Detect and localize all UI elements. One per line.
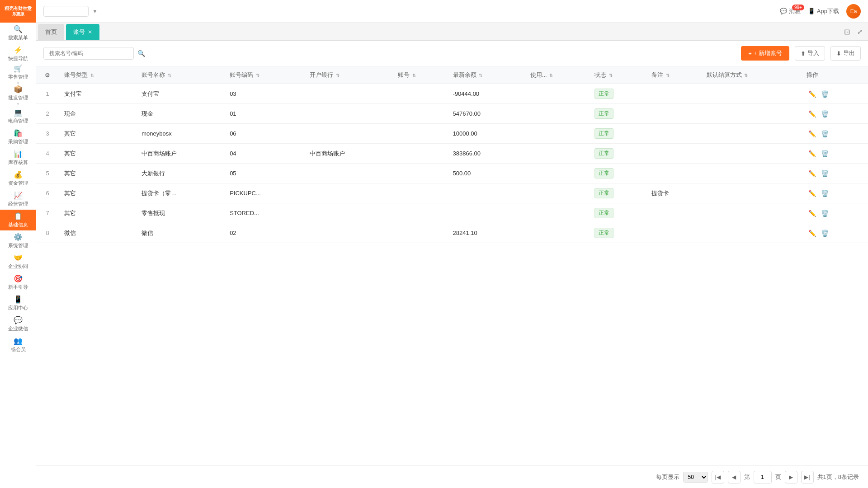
edit-button[interactable]: ✏️ (807, 189, 818, 198)
sidebar-item-purchase[interactable]: 🛍️ 采购管理 (0, 127, 36, 147)
delete-button[interactable]: 🗑️ (819, 149, 830, 158)
edit-button[interactable]: ✏️ (807, 149, 818, 158)
toolbar-left: 🔍 (43, 47, 145, 60)
add-account-button[interactable]: + + 新增账号 (741, 46, 789, 61)
status-badge: 正常 (594, 108, 613, 119)
sidebar-item-retail[interactable]: 🛒 零售管理 ▼ (0, 64, 36, 85)
cell-code: 05 (224, 164, 304, 183)
sort-icon-status: ⇅ (609, 73, 613, 78)
ecommerce-icon: 💻 (14, 108, 23, 117)
header-right: 💬 消息 99+ 📱 App下载 Ea (780, 4, 861, 19)
edit-button[interactable]: ✏️ (807, 229, 818, 238)
search-button[interactable]: 🔍 (137, 50, 145, 57)
col-settings[interactable]: ⚙ (36, 66, 59, 84)
tab-home[interactable]: 首页 (38, 24, 64, 40)
sidebar-item-finance[interactable]: 💰 资金管理 (0, 168, 36, 189)
sidebar-item-system[interactable]: ⚙️ 系统管理 (0, 230, 36, 251)
user-initials: Ea (850, 8, 857, 14)
delete-button[interactable]: 🗑️ (819, 209, 830, 218)
app-download-button[interactable]: 📱 App下载 (808, 7, 839, 15)
sidebar-item-basicinfo[interactable]: 📋 基础信息 (0, 210, 36, 230)
edit-button[interactable]: ✏️ (807, 209, 818, 218)
cell-name: 零售抵现 (136, 203, 224, 223)
edit-button[interactable]: ✏️ (807, 89, 818, 99)
cell-account (392, 164, 448, 183)
delete-button[interactable]: 🗑️ (819, 109, 830, 118)
cell-id: 6 (36, 183, 59, 203)
status-badge: 正常 (594, 89, 613, 99)
cell-action: ✏️ 🗑️ (801, 223, 868, 243)
cell-bank (304, 124, 392, 144)
first-page-button[interactable]: |◀ (712, 471, 724, 483)
delete-button[interactable]: 🗑️ (819, 189, 830, 198)
cell-status: 正常 (589, 124, 646, 144)
cell-settlement (701, 183, 801, 203)
col-status[interactable]: 状态 ⇅ (589, 66, 646, 84)
col-usage[interactable]: 使用... ⇅ (525, 66, 589, 84)
page-size-select[interactable]: 50 100 200 (683, 472, 708, 483)
notification-button[interactable]: 💬 消息 99+ (780, 7, 801, 15)
edit-button[interactable]: ✏️ (807, 109, 818, 118)
sidebar-item-operations[interactable]: 📈 经营管理 (0, 189, 36, 210)
cell-account (392, 84, 448, 104)
tab-close-button[interactable]: ✕ (88, 29, 92, 35)
sidebar-item-enterprise[interactable]: 🤝 企业协同 (0, 251, 36, 272)
page-number-input[interactable] (754, 471, 772, 483)
cell-remark (646, 124, 701, 144)
delete-button[interactable]: 🗑️ (819, 229, 830, 238)
operations-icon: 📈 (14, 191, 23, 200)
edit-button[interactable]: ✏️ (807, 129, 818, 138)
import-button[interactable]: ⬆ 导入 (795, 46, 825, 61)
tab-expand-icon[interactable]: ⊡ (844, 27, 850, 36)
status-badge: 正常 (594, 148, 613, 159)
sidebar-item-label-guide: 新手引导 (8, 284, 28, 291)
content-area: 🔍 + + 新增账号 ⬆ 导入 ⬇ 导出 (36, 41, 868, 488)
tab-account[interactable]: 账号 ✕ (66, 24, 99, 40)
next-page-button[interactable]: ▶ (785, 471, 797, 483)
appcenter-icon: 📱 (14, 295, 23, 304)
sidebar-item-member[interactable]: 👥 畅会员 (0, 334, 36, 355)
sidebar-item-quicknav[interactable]: ⚡ 快捷导航 (0, 43, 36, 64)
cell-balance: 500.00 (448, 164, 525, 183)
quick-search-input[interactable] (43, 6, 89, 17)
col-settlement[interactable]: 默认结算方式 ⇅ (701, 66, 801, 84)
dropdown-icon[interactable]: ▼ (92, 8, 98, 14)
sidebar-item-inventory[interactable]: 📊 库存核算 (0, 147, 36, 168)
col-code[interactable]: 账号编码 ⇅ (224, 66, 304, 84)
cell-name: 微信 (136, 223, 224, 243)
export-label: 导出 (843, 49, 855, 57)
col-bank[interactable]: 开户银行 ⇅ (304, 66, 392, 84)
user-avatar[interactable]: Ea (846, 4, 861, 19)
col-type[interactable]: 账号类型 ⇅ (59, 66, 136, 84)
cell-type: 其它 (59, 164, 136, 183)
cell-action: ✏️ 🗑️ (801, 104, 868, 124)
edit-button[interactable]: ✏️ (807, 169, 818, 178)
tab-fullscreen-icon[interactable]: ⤢ (857, 28, 863, 35)
delete-button[interactable]: 🗑️ (819, 129, 830, 138)
prev-page-button[interactable]: ◀ (728, 471, 741, 483)
sidebar-item-guide[interactable]: 🎯 新手引导 (0, 272, 36, 293)
inventory-icon: 📊 (14, 150, 23, 158)
sidebar-item-ecommerce[interactable]: 💻 电商管理 (0, 106, 36, 127)
cell-account (392, 203, 448, 223)
last-page-button[interactable]: ▶| (801, 471, 814, 483)
search-input[interactable] (43, 47, 134, 60)
sidebar-item-corpwechat[interactable]: 💬 企业微信 (0, 314, 36, 334)
cell-id: 2 (36, 104, 59, 124)
table-row: 2 现金 现金 01 547670.00 正常 ✏️ 🗑️ (36, 104, 868, 124)
cell-bank (304, 164, 392, 183)
sidebar-item-wholesale[interactable]: 📦 批发管理 ▼ (0, 85, 36, 106)
sidebar-item-label-ecommerce: 电商管理 (8, 117, 28, 124)
col-balance[interactable]: 最新余额 ⇅ (448, 66, 525, 84)
col-name[interactable]: 账号名称 ⇅ (136, 66, 224, 84)
col-account[interactable]: 账号 ⇅ (392, 66, 448, 84)
cell-balance: 28241.10 (448, 223, 525, 243)
delete-button[interactable]: 🗑️ (819, 89, 830, 99)
sidebar-item-search[interactable]: 🔍 搜索菜单 (0, 23, 36, 43)
export-button[interactable]: ⬇ 导出 (830, 46, 861, 61)
col-remark[interactable]: 备注 ⇅ (646, 66, 701, 84)
cell-status: 正常 (589, 183, 646, 203)
delete-button[interactable]: 🗑️ (819, 169, 830, 178)
sidebar-item-appcenter[interactable]: 📱 应用中心 (0, 293, 36, 314)
sidebar-item-label-corpwechat: 企业微信 (8, 325, 28, 332)
